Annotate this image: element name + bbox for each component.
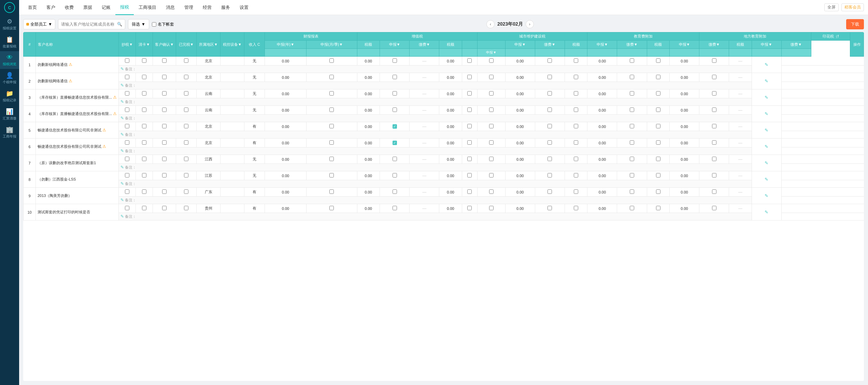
edit-note-icon[interactable]: ✎	[120, 148, 124, 153]
local-pay[interactable]	[647, 204, 669, 213]
action-cell[interactable]: ✎	[752, 89, 781, 106]
vat-pay[interactable]: —	[410, 171, 439, 180]
city-declare[interactable]	[462, 155, 478, 164]
city-declare[interactable]	[462, 204, 478, 213]
paid-cell[interactable]	[176, 57, 197, 66]
chaoshui-cell[interactable]	[119, 188, 136, 197]
local-declare[interactable]	[617, 155, 647, 164]
col-vat-pay[interactable]: 缴费▼	[410, 41, 439, 49]
col-city-declare[interactable]: 申报▼	[505, 41, 535, 49]
col-fin-month[interactable]: 申报(月/季)▼	[306, 41, 357, 49]
nav-management[interactable]: 管理	[180, 0, 198, 15]
chaoshui-cell[interactable]	[119, 155, 136, 164]
paid-cell[interactable]	[176, 73, 197, 82]
city-pay[interactable]	[478, 73, 505, 82]
stamp-pay[interactable]: —	[729, 57, 752, 66]
vat-declare[interactable]	[380, 204, 410, 213]
edu-declare[interactable]	[535, 57, 565, 66]
fin-month-cell[interactable]	[306, 106, 357, 115]
city-declare[interactable]	[462, 106, 478, 115]
col-stamp-pay[interactable]: 缴费▼	[781, 41, 811, 49]
paid-cell[interactable]	[176, 89, 197, 98]
city-pay[interactable]	[478, 171, 505, 180]
confirm-cell[interactable]	[153, 204, 176, 213]
edu-pay[interactable]	[565, 155, 587, 164]
local-pay[interactable]	[647, 73, 669, 82]
col-vat-declare[interactable]: 申报▼	[380, 41, 410, 49]
city-declare[interactable]	[462, 188, 478, 197]
city-pay[interactable]	[478, 188, 505, 197]
stamp-declare[interactable]	[699, 89, 729, 98]
edu-declare[interactable]	[535, 204, 565, 213]
city-pay[interactable]	[478, 122, 505, 131]
col-local-pay[interactable]: 缴费▼	[699, 41, 729, 49]
vat-pay[interactable]: —	[410, 188, 439, 197]
local-declare[interactable]	[617, 139, 647, 147]
vat-declare[interactable]	[380, 171, 410, 180]
local-pay[interactable]	[647, 139, 669, 147]
stamp-declare[interactable]	[699, 188, 729, 197]
edit-note-icon[interactable]: ✎	[120, 181, 124, 186]
qingka-cell[interactable]	[136, 122, 153, 131]
sidebar-item-tax-settings[interactable]: ⚙ 报税设置	[0, 15, 19, 33]
confirm-cell[interactable]	[153, 89, 176, 98]
search-input[interactable]	[61, 22, 116, 27]
confirm-cell[interactable]	[153, 188, 176, 197]
stamp-declare[interactable]	[699, 155, 729, 164]
nav-bookkeeping[interactable]: 记账	[97, 0, 115, 15]
edu-pay[interactable]	[565, 122, 587, 131]
local-pay[interactable]	[647, 106, 669, 115]
city-declare[interactable]	[462, 73, 478, 82]
vat-declare[interactable]	[380, 73, 410, 82]
stamp-declare[interactable]	[699, 204, 729, 213]
stamp-pay[interactable]: —	[729, 73, 752, 82]
vat-declare[interactable]	[380, 155, 410, 164]
edit-note-icon[interactable]: ✎	[120, 132, 124, 137]
confirm-cell[interactable]	[153, 171, 176, 180]
edit-note-icon[interactable]: ✎	[120, 165, 124, 170]
qingka-cell[interactable]	[136, 171, 153, 180]
edit-note-icon[interactable]: ✎	[120, 116, 124, 120]
sidebar-item-personal-tax[interactable]: 👤 个税申报	[0, 69, 19, 87]
col-city-pay[interactable]: 缴费▼	[535, 41, 565, 49]
chaoshui-cell[interactable]	[119, 89, 136, 98]
stamp-pay[interactable]: —	[729, 122, 752, 131]
nav-invoice[interactable]: 票据	[79, 0, 97, 15]
paid-cell[interactable]	[176, 106, 197, 115]
paid-cell[interactable]	[176, 204, 197, 213]
sidebar-item-batch-tax[interactable]: 📋 批量报税	[0, 33, 19, 51]
action-cell[interactable]: ✎	[752, 171, 781, 188]
stamp-pay[interactable]: —	[729, 171, 752, 180]
nav-settings[interactable]: 设置	[235, 0, 253, 15]
col-local-declare[interactable]: 申报▼	[669, 41, 699, 49]
nav-customer[interactable]: 客户	[42, 0, 60, 15]
edit-note-icon[interactable]: ✎	[120, 67, 124, 71]
local-pay[interactable]	[647, 171, 669, 180]
stamp-pay[interactable]: —	[729, 139, 752, 147]
paid-cell[interactable]	[176, 122, 197, 131]
fin-month-cell[interactable]	[306, 188, 357, 197]
edu-pay[interactable]	[565, 89, 587, 98]
stamp-pay[interactable]: —	[729, 106, 752, 115]
vat-pay[interactable]: —	[410, 89, 439, 98]
local-declare[interactable]	[617, 89, 647, 98]
edu-pay[interactable]	[565, 171, 587, 180]
chaoshui-cell[interactable]	[119, 106, 136, 115]
nav-fee[interactable]: 收费	[60, 0, 79, 15]
edu-declare[interactable]	[535, 89, 565, 98]
chaoshui-cell[interactable]	[119, 204, 136, 213]
vat-pay[interactable]: —	[410, 155, 439, 164]
stamp-declare[interactable]	[699, 122, 729, 131]
stamp-declare[interactable]	[699, 73, 729, 82]
city-pay[interactable]	[478, 57, 505, 66]
vat-declare[interactable]	[380, 188, 410, 197]
action-cell[interactable]: ✎	[752, 204, 781, 220]
named-accounts-input[interactable]	[152, 22, 156, 27]
named-accounts-checkbox[interactable]: 名下帐套	[152, 22, 174, 27]
qingka-cell[interactable]	[136, 106, 153, 115]
member-btn[interactable]: 稻客会员	[841, 3, 864, 11]
vat-pay[interactable]: —	[410, 106, 439, 115]
paid-cell[interactable]	[176, 171, 197, 180]
city-pay[interactable]	[478, 155, 505, 164]
edu-pay[interactable]	[565, 57, 587, 66]
